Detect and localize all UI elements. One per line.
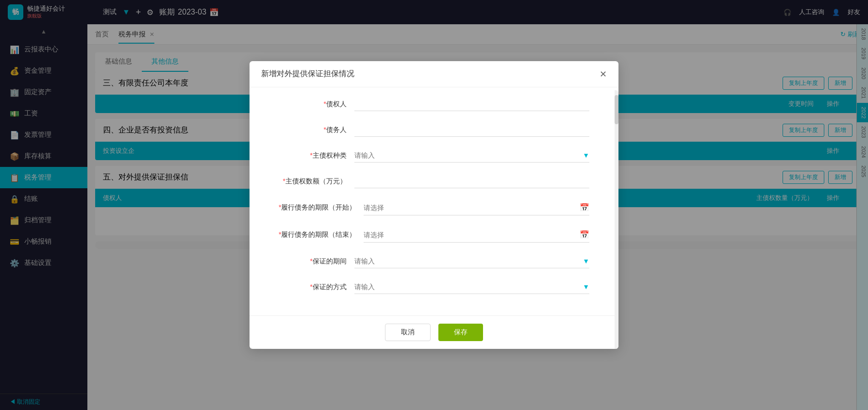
modal-title: 新增对外提供保证担保情况 xyxy=(261,69,354,79)
modal-close-btn[interactable]: ✕ xyxy=(600,70,607,79)
form-row-period-start: *履行债务的期限（开始） 📅 xyxy=(279,200,589,215)
guarantee-period-arrow: ▼ xyxy=(583,257,589,265)
period-start-calendar-icon[interactable]: 📅 xyxy=(580,203,589,212)
form-row-creditor: *债权人 xyxy=(279,97,589,111)
form-label-guarantee-period: *保证的期间 xyxy=(279,257,347,266)
claim-type-select[interactable]: ▼ xyxy=(354,148,589,163)
period-start-input[interactable] xyxy=(364,204,580,212)
modal-dialog: 新增对外提供保证担保情况 ✕ *债权人 *债务人 *主债权种类 xyxy=(250,61,618,349)
form-label-guarantee-method: *保证的方式 xyxy=(279,283,347,292)
modal-body: *债权人 *债务人 *主债权种类 ▼ xyxy=(250,87,618,315)
period-end-input[interactable] xyxy=(364,231,580,239)
form-label-claim-amount: *主债权数额（万元） xyxy=(279,177,347,186)
guarantee-method-select[interactable]: ▼ xyxy=(354,280,589,294)
claim-amount-input[interactable] xyxy=(354,174,589,188)
form-row-claim-amount: *主债权数额（万元） xyxy=(279,174,589,188)
modal-overlay: 新增对外提供保证担保情况 ✕ *债权人 *债务人 *主债权种类 xyxy=(0,0,868,410)
period-end-date[interactable]: 📅 xyxy=(364,227,589,243)
modal-footer: 取消 保存 xyxy=(250,315,618,349)
form-label-period-start: *履行债务的期限（开始） xyxy=(279,203,356,212)
form-label-creditor: *债权人 xyxy=(279,100,347,109)
form-row-guarantee-period: *保证的期间 ▼ xyxy=(279,254,589,268)
guarantee-period-input[interactable] xyxy=(354,257,583,265)
modal-scrollbar-thumb[interactable] xyxy=(615,95,618,124)
guarantee-method-arrow: ▼ xyxy=(583,283,589,291)
modal-header: 新增对外提供保证担保情况 ✕ xyxy=(250,61,618,87)
form-row-claim-type: *主债权种类 ▼ xyxy=(279,148,589,163)
cancel-button[interactable]: 取消 xyxy=(385,324,431,341)
modal-scrollbar[interactable] xyxy=(615,90,618,349)
form-row-period-end: *履行债务的期限（结束） 📅 xyxy=(279,227,589,243)
period-end-calendar-icon[interactable]: 📅 xyxy=(580,230,589,239)
creditor-input[interactable] xyxy=(354,97,589,111)
form-label-period-end: *履行债务的期限（结束） xyxy=(279,230,356,239)
form-row-debtor: *债务人 xyxy=(279,123,589,137)
form-row-guarantee-method: *保证的方式 ▼ xyxy=(279,280,589,294)
claim-type-input[interactable] xyxy=(354,151,583,159)
form-label-debtor: *债务人 xyxy=(279,126,347,134)
period-start-date[interactable]: 📅 xyxy=(364,200,589,215)
guarantee-method-input[interactable] xyxy=(354,283,583,291)
save-button[interactable]: 保存 xyxy=(438,324,483,341)
form-label-claim-type: *主债权种类 xyxy=(279,151,347,160)
debtor-input[interactable] xyxy=(354,123,589,137)
claim-type-arrow: ▼ xyxy=(583,151,589,159)
guarantee-period-select[interactable]: ▼ xyxy=(354,254,589,268)
